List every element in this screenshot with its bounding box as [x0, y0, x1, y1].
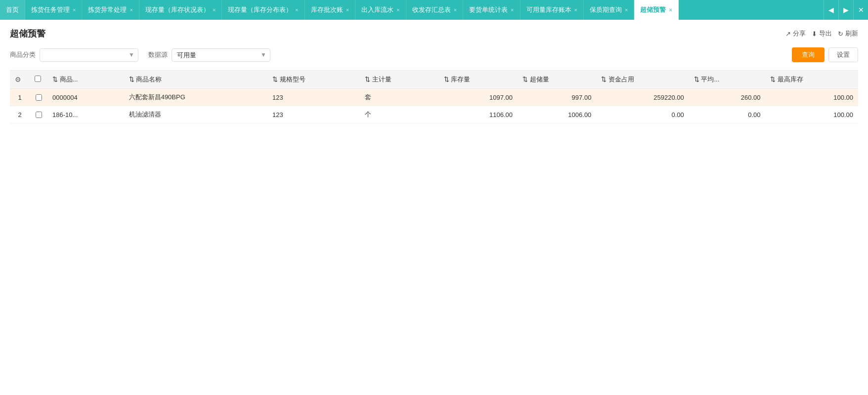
- nav-close-arrow[interactable]: ✕: [853, 0, 868, 20]
- export-icon: ⬇: [812, 30, 817, 38]
- row-select-1[interactable]: [36, 94, 42, 101]
- data-table: ⚙ ⇅ 商品... ⇅ 商品名称 ⇅ 规格型号 ⇅ 主计量 ⇅: [10, 70, 858, 123]
- refresh-action[interactable]: ↻ 刷新: [838, 29, 858, 38]
- main-content: 超储预警 ↗ 分享 ⬇ 导出 ↻ 刷新 商品分类 ▼: [0, 20, 868, 395]
- header-actions: ↗ 分享 ⬇ 导出 ↻ 刷新: [785, 29, 858, 38]
- nav-close-pick-exception[interactable]: ×: [130, 7, 132, 13]
- nav-avail-stock[interactable]: 可用量库存账本 ×: [521, 0, 584, 20]
- row-spec-2: 123: [267, 106, 360, 123]
- share-icon: ↗: [785, 30, 791, 38]
- row-maxstock-1: 100.00: [765, 89, 858, 106]
- nav-close-expiry[interactable]: ×: [625, 7, 628, 13]
- col-header-capital[interactable]: ⇅ 资金占用: [596, 71, 689, 89]
- row-name-2: 机油滤清器: [124, 106, 267, 123]
- gear-icon[interactable]: ⚙: [15, 76, 21, 83]
- row-stock-1: 1097.00: [439, 89, 518, 106]
- row-capital-2: 0.00: [596, 106, 689, 123]
- row-checkbox-2[interactable]: [30, 106, 47, 123]
- nav-close-batch[interactable]: ×: [346, 7, 349, 13]
- nav-batch[interactable]: 库存批次账 ×: [305, 0, 355, 20]
- row-avg-2: 0.00: [689, 106, 766, 123]
- table-header-row: ⚙ ⇅ 商品... ⇅ 商品名称 ⇅ 规格型号 ⇅ 主计量 ⇅: [10, 71, 858, 89]
- row-unit-1: 套: [360, 89, 438, 106]
- row-overstock-2: 1006.00: [518, 106, 596, 123]
- row-select-2[interactable]: [36, 112, 42, 118]
- category-filter: 商品分类 ▼: [10, 48, 138, 62]
- category-label: 商品分类: [10, 50, 36, 59]
- nav-inout-flow[interactable]: 出入库流水 ×: [355, 0, 406, 20]
- nav-pick-task[interactable]: 拣货任务管理 ×: [25, 0, 82, 20]
- nav-close-overstock[interactable]: ×: [669, 7, 672, 13]
- category-select-wrapper: ▼: [40, 48, 138, 62]
- row-index-1: 1: [10, 89, 30, 106]
- col-header-checkbox: [30, 71, 47, 89]
- nav-prev-arrow[interactable]: ◀: [824, 0, 838, 20]
- table-body: 1 0000004 六配套新昌490BPG 123 套 1097.00 997.…: [10, 89, 858, 123]
- row-maxstock-2: 100.00: [765, 106, 858, 123]
- nav-close-pick-task[interactable]: ×: [73, 7, 76, 13]
- col-header-setting: ⚙: [10, 71, 30, 89]
- col-header-avg[interactable]: ⇅ 平均...: [689, 71, 766, 89]
- nav-close-order-stat[interactable]: ×: [511, 7, 514, 13]
- table-row: 1 0000004 六配套新昌490BPG 123 套 1097.00 997.…: [10, 89, 858, 106]
- datasource-select-wrapper: 可用量 ▼: [172, 48, 270, 62]
- nav-next-arrow[interactable]: ▶: [838, 0, 853, 20]
- col-header-code[interactable]: ⇅ 商品...: [47, 71, 124, 89]
- nav-stock-dist[interactable]: 现存量（库存分布表） ×: [222, 0, 304, 20]
- nav-close-inout-flow[interactable]: ×: [396, 7, 399, 13]
- row-name-1: 六配套新昌490BPG: [124, 89, 267, 106]
- datasource-filter: 数据源 可用量 ▼: [148, 48, 270, 62]
- select-all-checkbox[interactable]: [35, 76, 41, 82]
- export-action[interactable]: ⬇ 导出: [812, 29, 832, 38]
- row-spec-1: 123: [267, 89, 360, 106]
- nav-close-stock-status[interactable]: ×: [213, 7, 216, 13]
- nav-home[interactable]: 首页: [0, 0, 25, 20]
- row-unit-2: 个: [360, 106, 438, 123]
- nav-pick-exception[interactable]: 拣货异常处理 ×: [82, 0, 139, 20]
- nav-order-stat[interactable]: 要货单统计表 ×: [463, 0, 520, 20]
- page-title: 超储预警: [10, 28, 45, 40]
- nav-recv-send[interactable]: 收发存汇总表 ×: [406, 0, 463, 20]
- row-capital-1: 259220.00: [596, 89, 689, 106]
- category-select[interactable]: [40, 48, 138, 62]
- col-header-overstock[interactable]: ⇅ 超储量: [518, 71, 596, 89]
- datasource-select[interactable]: 可用量: [172, 48, 270, 62]
- filter-right-actions: 查询 设置: [792, 47, 858, 62]
- filter-bar: 商品分类 ▼ 数据源 可用量 ▼ 查询 设置: [10, 47, 858, 62]
- row-checkbox-1[interactable]: [30, 89, 47, 106]
- row-avg-1: 260.00: [689, 89, 766, 106]
- nav-close-recv-send[interactable]: ×: [454, 7, 457, 13]
- nav-stock-status[interactable]: 现存量（库存状况表） ×: [139, 0, 222, 20]
- col-header-maxstock[interactable]: ⇅ 最高库存: [765, 71, 858, 89]
- row-code-2: 186-10...: [47, 106, 124, 123]
- table-row: 2 186-10... 机油滤清器 123 个 1106.00 1006.00 …: [10, 106, 858, 123]
- settings-button[interactable]: 设置: [828, 47, 858, 62]
- col-header-unit[interactable]: ⇅ 主计量: [360, 71, 438, 89]
- col-header-name[interactable]: ⇅ 商品名称: [124, 71, 267, 89]
- refresh-icon: ↻: [838, 30, 843, 38]
- top-navigation: 首页 拣货任务管理 × 拣货异常处理 × 现存量（库存状况表） × 现存量（库存…: [0, 0, 868, 20]
- nav-expiry[interactable]: 保质期查询 ×: [584, 0, 634, 20]
- row-index-2: 2: [10, 106, 30, 123]
- nav-close-avail-stock[interactable]: ×: [574, 7, 577, 13]
- col-header-stock[interactable]: ⇅ 库存量: [439, 71, 518, 89]
- page-header: 超储预警 ↗ 分享 ⬇ 导出 ↻ 刷新: [10, 28, 858, 40]
- query-button[interactable]: 查询: [792, 47, 825, 62]
- nav-overstock[interactable]: 超储预警 ×: [634, 0, 678, 20]
- nav-close-stock-dist[interactable]: ×: [295, 7, 298, 13]
- col-header-spec[interactable]: ⇅ 规格型号: [267, 71, 360, 89]
- share-action[interactable]: ↗ 分享: [785, 29, 806, 38]
- nav-arrow-controls: ◀ ▶ ✕: [824, 0, 868, 20]
- row-stock-2: 1106.00: [439, 106, 518, 123]
- row-overstock-1: 997.00: [518, 89, 596, 106]
- row-code-1: 0000004: [47, 89, 124, 106]
- datasource-label: 数据源: [148, 50, 168, 59]
